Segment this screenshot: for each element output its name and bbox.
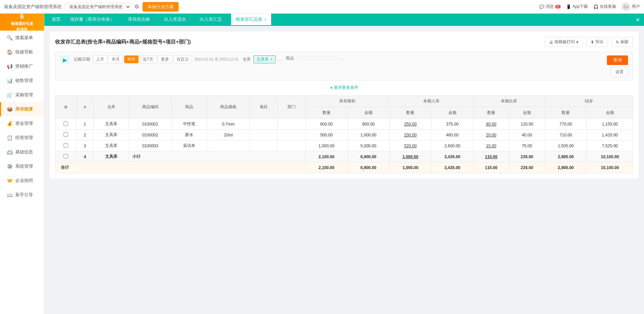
- tab-inout-summary-close[interactable]: ×: [224, 17, 226, 21]
- tab-flow-close[interactable]: ×: [188, 17, 190, 21]
- tab-receive-summary-close[interactable]: ×: [264, 17, 266, 21]
- enterprise-icon: 🤝: [6, 178, 13, 183]
- row-in-amt: 375.00: [431, 119, 473, 130]
- row-goods-name: 采访本: [171, 141, 207, 151]
- experience-button[interactable]: 体验行业方案: [143, 2, 179, 12]
- subtotal-checkbox[interactable]: [55, 151, 77, 162]
- row-in-qty[interactable]: 520.00: [390, 141, 431, 151]
- sidebar-item-quick-nav[interactable]: 🏠 快捷导航: [0, 45, 44, 59]
- row-goods-code: 0100001: [129, 119, 172, 130]
- sidebar-item-enterprise[interactable]: 🤝 企业协同: [0, 173, 44, 188]
- row-warehouse: 文具库: [94, 130, 129, 141]
- sidebar-item-purchase[interactable]: 🛒 采购管理: [0, 88, 44, 102]
- date-btn-custom[interactable]: 自定义: [174, 55, 192, 63]
- sidebar-item-search[interactable]: 🔍 搜索菜单: [0, 31, 44, 45]
- tab-inventory-dist-close[interactable]: ×: [116, 17, 118, 21]
- date-btn-more[interactable]: 更多: [158, 55, 172, 63]
- export-button[interactable]: ⬆ 导出: [586, 37, 608, 47]
- th-in-qty: 数量: [390, 107, 431, 119]
- row-goods-name: 胶水: [171, 130, 207, 141]
- refresh-button[interactable]: ↻ 刷新: [611, 37, 633, 47]
- total-closing-amt: 10,100.00: [587, 162, 633, 173]
- warehouse-tag-remove[interactable]: ×: [270, 57, 273, 62]
- row-department: [278, 130, 306, 141]
- date-btn-this-month[interactable]: 本月: [109, 55, 123, 63]
- row-goods-spec: 20ml: [207, 130, 250, 141]
- row-out-qty[interactable]: 80.00: [473, 119, 509, 130]
- message-icon: 💬: [539, 4, 544, 9]
- th-settings[interactable]: ⚙: [55, 96, 77, 119]
- app-download-item[interactable]: 📱 App下载: [566, 4, 588, 10]
- purchase-icon: 🛒: [6, 92, 13, 98]
- tab-flow[interactable]: 出入库流水 ×: [159, 14, 195, 26]
- sidebar-item-basic[interactable]: 📇 基础信息: [0, 145, 44, 159]
- subtotal-in-qty[interactable]: 1,000.00: [390, 151, 431, 162]
- row-opening-amt: 900.00: [347, 119, 389, 130]
- sidebar-item-newbie[interactable]: 📖 新手引导: [0, 188, 44, 202]
- row-goods-code: 0100003: [129, 141, 172, 151]
- row-in-qty[interactable]: 250.00: [390, 119, 431, 130]
- filter-collapse-btn[interactable]: ▶: [60, 55, 70, 65]
- tab-batch-close[interactable]: ×: [152, 17, 154, 21]
- sidebar-item-operations[interactable]: 📋 经营管理: [0, 131, 44, 145]
- warehouse-more[interactable]: ...: [278, 57, 282, 62]
- sidebar-item-finance[interactable]: 💰 资金管理: [0, 116, 44, 131]
- logo-icon: 6: [20, 14, 24, 20]
- row-checkbox[interactable]: [55, 130, 77, 141]
- th-opening: 库存期初: [306, 96, 390, 107]
- date-btn-last-month[interactable]: 上月: [93, 55, 107, 63]
- date-btn-7days[interactable]: 近7天: [140, 55, 156, 63]
- subtotal-out-amt: 235.00: [509, 151, 545, 162]
- row-out-qty[interactable]: 15.00: [473, 141, 509, 151]
- newbie-icon: 📖: [6, 192, 13, 198]
- row-checkbox[interactable]: [55, 119, 77, 130]
- app-container: 装备及固定资产辅助管理系统 装备及固定资产辅助管理系统 ⚙ 体验行业方案 💬 消…: [0, 0, 644, 314]
- system-selector[interactable]: 装备及固定资产辅助管理系统: [65, 3, 131, 11]
- sales-icon: 📊: [6, 78, 13, 83]
- tab-inventory-dist[interactable]: 现存量（库存分布表） ×: [65, 14, 123, 26]
- expand-label: 展开更多条件: [334, 85, 358, 90]
- finance-icon: 💰: [6, 121, 13, 126]
- sidebar-item-inventory[interactable]: 📦 库存核算: [0, 102, 44, 116]
- print-dropdown-icon: ▾: [576, 40, 578, 45]
- warehouse-filter-label: 仓库: [243, 56, 251, 62]
- tab-batch[interactable]: 库存批次账 ×: [123, 14, 159, 26]
- goods-input[interactable]: [297, 57, 337, 60]
- th-in: 本期入库: [390, 96, 474, 107]
- row-out-qty[interactable]: 20.00: [473, 130, 509, 141]
- tab-inout-summary[interactable]: 出入库汇总 ×: [195, 14, 231, 26]
- table-settings-icon: ⚙: [64, 105, 68, 110]
- print-button[interactable]: 🖨 按模板打印 ▾: [545, 37, 583, 47]
- query-button[interactable]: 查询: [607, 55, 628, 65]
- date-btn-this-year[interactable]: 本年: [124, 55, 138, 63]
- online-service-item[interactable]: 🎧 在线客服: [593, 4, 616, 10]
- sidebar-label-marketing: 营销推广: [15, 63, 33, 69]
- messages-item[interactable]: 💬 消息 6: [539, 4, 561, 10]
- row-out-amt: 120.00: [509, 119, 545, 130]
- main-layout: 6 畅捷通好生意 标准版 🔍 搜索菜单 🏠 快捷导航 📢 营销推广 📊 销售管理: [0, 14, 644, 314]
- sidebar-item-system[interactable]: ⚙️ 系统管理: [0, 159, 44, 173]
- row-in-qty[interactable]: 230.00: [390, 130, 431, 141]
- tab-home[interactable]: 首页: [47, 14, 65, 26]
- th-closing: 结存: [545, 96, 633, 107]
- tab-close-all[interactable]: ✕: [634, 15, 641, 24]
- settings-icon[interactable]: ⚙: [134, 3, 139, 10]
- subtotal-out-qty[interactable]: 115.00: [473, 151, 509, 162]
- warehouse-tag[interactable]: 文具库 ×: [253, 55, 276, 63]
- th-goods-name: 商品: [171, 96, 207, 119]
- expand-more-btn[interactable]: ▾ 展开更多条件: [55, 83, 633, 93]
- tab-receive-summary[interactable]: 收发存汇总表 ×: [231, 14, 271, 26]
- settings-button[interactable]: 设置: [611, 67, 628, 77]
- sidebar-item-sales[interactable]: 📊 销售管理: [0, 73, 44, 88]
- row-checkbox[interactable]: [55, 141, 77, 151]
- sidebar-item-marketing[interactable]: 📢 营销推广: [0, 59, 44, 73]
- user-item[interactable]: Ea 用户: [622, 2, 640, 11]
- th-closing-amt: 金额: [587, 107, 633, 119]
- row-closing-amt: 7,525.00: [587, 141, 633, 151]
- goods-filter-label: 商品: [286, 55, 294, 61]
- logo-line1: 畅捷通好生意: [11, 21, 33, 26]
- subtotal-row: 4 文具库 小计 2,100.00 6,900.00 1,000.00 3,43…: [55, 151, 633, 162]
- sidebar: 6 畅捷通好生意 标准版 🔍 搜索菜单 🏠 快捷导航 📢 营销推广 📊 销售管理: [0, 14, 44, 314]
- goods-more[interactable]: ...: [340, 56, 344, 61]
- row-warehouse: 文具库: [94, 119, 129, 130]
